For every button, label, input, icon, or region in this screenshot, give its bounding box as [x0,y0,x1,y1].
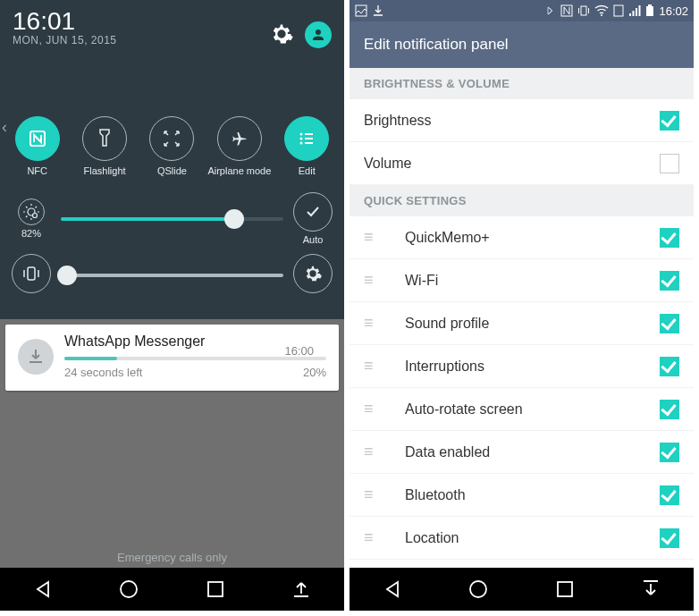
flashlight-icon [96,128,114,149]
nfc-icon [27,128,48,149]
status-bar: 16:02 [350,0,694,21]
row-location[interactable]: ≡ Location [350,517,694,560]
svg-point-16 [33,214,38,218]
nav-home-button[interactable] [117,578,140,601]
drag-handle-icon[interactable]: ≡ [364,228,385,247]
person-icon [310,27,326,43]
row-label: Data enabled [405,444,490,460]
qs-qslide[interactable]: QSlide [139,116,204,176]
checkbox-brightness[interactable] [660,111,679,131]
nav-back-button[interactable] [31,578,55,601]
volume-settings-button[interactable] [292,254,333,296]
checkbox[interactable] [660,485,679,505]
gear-icon [303,264,323,283]
drag-handle-icon[interactable]: ≡ [364,400,385,418]
nav-recents-button[interactable] [553,578,577,601]
row-wifi[interactable]: ≡ Wi-Fi [350,259,694,302]
check-icon [304,203,322,221]
row-label: Interruptions [405,359,484,375]
svg-point-20 [121,581,137,597]
checkbox[interactable] [660,271,679,291]
drag-handle-icon[interactable]: ≡ [364,528,385,547]
brightness-icon [22,203,40,221]
row-quickmemo[interactable]: ≡ QuickMemo+ [350,216,694,259]
svg-line-12 [26,207,28,208]
drag-handle-icon[interactable]: ≡ [364,271,385,290]
checkbox[interactable] [660,228,679,248]
drag-handle-icon[interactable]: ≡ [364,485,385,504]
svg-rect-28 [614,5,623,16]
action-bar: Edit notification panel [350,21,694,68]
row-label: Bluetooth [405,487,466,503]
edit-list-icon [297,129,316,148]
notification-card[interactable]: WhatsApp Messenger 16:00 24 seconds left… [5,325,339,391]
notification-subtitle: 24 seconds left [64,366,142,379]
qs-nfc[interactable]: NFC [5,116,70,176]
row-auto-rotate[interactable]: ≡ Auto-rotate screen [350,388,694,431]
drag-handle-icon[interactable]: ≡ [364,357,385,376]
svg-rect-21 [208,582,223,596]
nav-pull-down-button[interactable] [639,578,662,601]
share-up-icon [291,578,312,600]
auto-brightness-toggle[interactable]: Auto [292,192,333,245]
phone-right-edit-panel: 16:02 Edit notification panel BRIGHTNESS… [350,0,694,611]
qs-edit[interactable]: Edit [274,116,339,176]
nav-recents-button[interactable] [204,578,227,601]
row-volume[interactable]: Volume [350,142,694,185]
row-interruptions[interactable]: ≡ Interruptions [350,345,694,388]
download-status-icon [373,4,383,17]
volume-slider[interactable] [61,274,283,277]
nav-back-button[interactable] [381,578,404,601]
checkbox-volume[interactable] [660,154,679,173]
vibrate-status-icon [577,4,590,17]
checkbox[interactable] [660,400,679,419]
section-quick-settings: QUICK SETTINGS [350,185,694,216]
row-label: Sound profile [405,316,489,332]
svg-line-15 [36,207,38,208]
quick-settings-area: ‹ NFC Flashlight QSlide Airplane mode [0,116,344,319]
back-icon [32,578,54,600]
row-brightness[interactable]: Brightness [350,99,694,142]
checkbox[interactable] [660,314,679,333]
brightness-percent: 82% [21,228,41,239]
notification-progress [64,357,326,360]
brightness-slider[interactable] [61,217,283,221]
notification-time: 16:00 [284,344,314,358]
navigation-bar [350,568,694,611]
data-icon [613,4,624,17]
profile-button[interactable] [305,21,332,48]
signal-icon [628,4,641,17]
wifi-icon [594,4,609,17]
svg-point-31 [470,581,486,597]
brightness-slider-row: 82% Auto [0,181,344,249]
row-bluetooth[interactable]: ≡ Bluetooth [350,474,694,517]
airplane-icon [229,128,250,149]
svg-point-3 [300,142,303,145]
emergency-text: Emergency calls only [0,551,344,564]
drag-handle-icon[interactable]: ≡ [364,443,385,461]
checkbox[interactable] [660,357,679,376]
drag-handle-icon[interactable]: ≡ [364,314,385,333]
qs-airplane[interactable]: Airplane mode [207,116,272,176]
settings-gear-button[interactable] [269,21,294,46]
row-label: QuickMemo+ [405,230,490,246]
svg-point-1 [300,133,303,136]
svg-rect-17 [28,267,35,280]
nav-home-button[interactable] [467,578,490,601]
svg-line-14 [26,216,28,218]
navigation-bar [0,568,344,611]
row-label: Volume [364,156,411,172]
nav-share-button[interactable] [290,578,313,601]
svg-rect-30 [648,4,652,6]
checkbox[interactable] [660,443,679,462]
row-label: Wi-Fi [405,273,438,289]
quick-settings-row[interactable]: ‹ NFC Flashlight QSlide Airplane mode [0,116,344,181]
qs-flashlight[interactable]: Flashlight [72,116,137,176]
row-sound-profile[interactable]: ≡ Sound profile [350,302,694,345]
checkbox[interactable] [660,528,679,548]
battery-icon [645,4,654,17]
page-title: Edit notification panel [364,36,509,54]
brightness-icon-area: 82% [11,198,52,239]
home-icon [467,578,489,600]
row-data-enabled[interactable]: ≡ Data enabled [350,431,694,474]
